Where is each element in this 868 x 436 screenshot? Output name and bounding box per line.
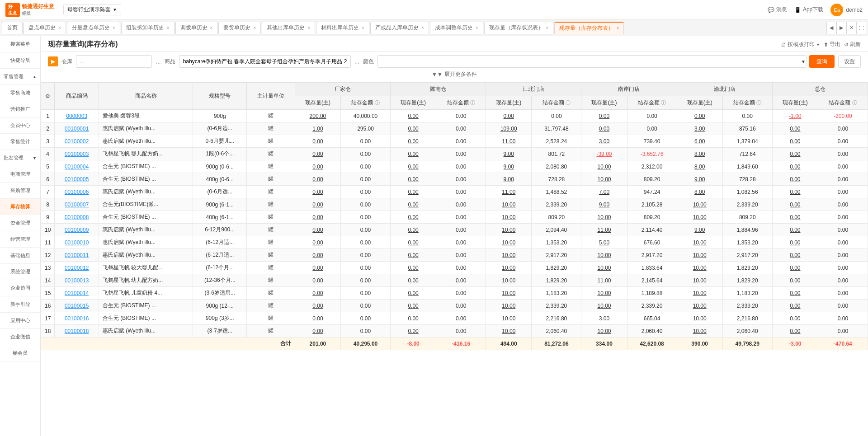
cell-name: 惠氏启赋 (Wyeth illu... (99, 325, 193, 338)
close-tab-inventory1[interactable]: × (58, 25, 61, 30)
settings-icon[interactable]: ⚙ (45, 93, 50, 99)
tab-inventory1[interactable]: 盘点单历史 × (24, 22, 66, 34)
sidebar-item-operations[interactable]: 经营管理 (0, 231, 40, 248)
table-row: 2 00100001 惠氏启赋 (Wyeth illu... (0-6月适...… (41, 122, 868, 135)
close-tab-stock-dist[interactable]: × (616, 26, 619, 31)
sidebar-item-enterprise[interactable]: 企业协同 (0, 280, 40, 296)
product-input[interactable] (179, 55, 351, 68)
tab-assembly[interactable]: 组装拆卸单历史 × (121, 22, 175, 34)
close-tab-other-out[interactable]: × (307, 25, 310, 30)
sidebar-item-search[interactable]: 搜索英单 (0, 36, 40, 52)
table-row: 3 00100002 惠氏启赋 (Wyeth illu... 0-6月婴儿...… (41, 135, 868, 148)
tab-order[interactable]: 要货单历史 × (218, 22, 261, 34)
cell-jiangbei-bal: 2,060.40 (532, 325, 581, 338)
cell-nanan-bal: 2,145.64 (627, 274, 677, 287)
tab-inventory2[interactable]: 分量盘点单历史 × (67, 22, 120, 34)
sidebar-item-member[interactable]: 会员中心 (0, 117, 40, 134)
tab-other-out[interactable]: 其他出库单历史 × (262, 22, 315, 34)
tab-stock-status[interactable]: 现存量（库存状况表） × (484, 22, 554, 34)
color-input[interactable] (377, 55, 807, 68)
settings-btn[interactable]: 设置 (838, 55, 861, 68)
cell-nanan-cur: 10.00 (581, 287, 627, 300)
cell-jiangbei-bal: 2,339.20 (532, 198, 581, 211)
tab-stock-dist[interactable]: 现存量（库存分布表） × (554, 22, 624, 34)
tab-prev-btn[interactable]: ◀ (826, 22, 836, 34)
tab-material-out[interactable]: 材料出库单历史 × (316, 22, 369, 34)
app-download-btn[interactable]: 📱 App下载 (794, 6, 823, 14)
warehouse-dots-btn[interactable]: ... (156, 58, 161, 65)
close-tab-order[interactable]: × (253, 25, 256, 30)
user-area[interactable]: Ea demo2 (830, 4, 863, 16)
cell-jiangbei-cur: 10.00 (486, 224, 532, 236)
close-tab-cost-adjust[interactable]: × (476, 25, 478, 30)
sidebar-item-system[interactable]: 系统管理 (0, 264, 40, 280)
table-row: 7 00100006 惠氏启赋 (Wyeth illu... (0-6月适...… (41, 186, 868, 198)
filter-toggle-btn[interactable]: ▶ (48, 56, 58, 66)
sidebar-item-finance[interactable]: 资金管理 (0, 215, 40, 231)
warehouse-input[interactable] (76, 55, 152, 68)
footer-chennan-cur: -8.00 (391, 338, 436, 350)
sidebar-item-retail-mgmt[interactable]: 零售管理 ▲ (0, 69, 40, 85)
message-btn[interactable]: 💬 消息 (768, 6, 787, 14)
cell-jiangbei-cur: 0.00 (486, 110, 532, 122)
cell-total-cur: 0.00 (772, 249, 818, 262)
expand-conditions-btn[interactable]: ▼▼ 展开更多条件 (432, 70, 477, 78)
system-selector[interactable]: 母婴行业演示陈套 ▼ (63, 4, 121, 15)
close-tab-transfer[interactable]: × (210, 25, 213, 30)
sidebar-item-wechat[interactable]: 企业微信 (0, 329, 40, 345)
cell-code: 00100003 (55, 148, 99, 160)
query-btn[interactable]: 查询 (809, 55, 835, 68)
sidebar-item-wholesale[interactable]: 批发管理 ▼ (0, 150, 40, 166)
cell-chennan-cur: 0.00 (391, 211, 436, 224)
sidebar-item-inventory[interactable]: 库存核算 (0, 199, 40, 215)
sidebar-item-shortcut[interactable]: 快捷导航 (0, 52, 40, 69)
tab-close-btn[interactable]: ✕ (846, 22, 856, 34)
main-layout: 搜索英单 快捷导航 零售管理 ▲ 零售商城 营销推广 会员中心 零售统计 批发管… (0, 36, 868, 436)
cell-yubei-bal: 2,060.40 (722, 325, 772, 338)
tab-cost-adjust[interactable]: 成本调整单历史 × (430, 22, 483, 34)
tab-expand-btn[interactable]: ⛶ (856, 22, 866, 34)
sidebar-item-ecommerce[interactable]: 电商管理 (0, 166, 40, 183)
sidebar-item-purchase[interactable]: 采购管理 (0, 183, 40, 199)
cell-chennan-cur: 0.00 (391, 262, 436, 274)
cell-spec: 1段(0-6个... (193, 148, 247, 160)
close-tab-product-in[interactable]: × (421, 25, 424, 30)
cell-factory-cur: 0.00 (295, 325, 340, 338)
sidebar-item-member2[interactable]: 畅会员 (0, 345, 40, 361)
cell-total-cur: 0.00 (772, 122, 818, 135)
tab-next-btn[interactable]: ▶ (836, 22, 846, 34)
sidebar-item-guide[interactable]: 新手引导 (0, 296, 40, 313)
sidebar-item-basic[interactable]: 基础信息 (0, 248, 40, 264)
th-settings[interactable]: ⚙ (41, 83, 55, 110)
product-dots-btn[interactable]: ... (354, 58, 360, 65)
sidebar-item-retail-mall[interactable]: 零售商城 (0, 85, 40, 101)
cell-total-bal: 0.00 (818, 274, 868, 287)
tab-transfer[interactable]: 调拨单历史 × (175, 22, 218, 34)
close-tab-stock-status[interactable]: × (546, 25, 549, 30)
cell-yubei-bal: 2,339.20 (722, 198, 772, 211)
sidebar-item-app-center[interactable]: 应用中心 (0, 313, 40, 329)
cell-total-bal: 0.00 (818, 312, 868, 325)
logo-sub: 标版 (22, 10, 54, 17)
cell-spec: (0-6月适... (193, 122, 247, 135)
cell-jiangbei-cur: 10.00 (486, 274, 532, 287)
tab-product-in[interactable]: 产成品入库单历史 × (370, 22, 429, 34)
sidebar-item-retail-stats[interactable]: 零售统计 (0, 134, 40, 150)
cell-index: 15 (41, 287, 55, 300)
export-btn[interactable]: ⬆ 导出 (824, 41, 840, 48)
refresh-btn[interactable]: ↺ 刷新 (844, 41, 861, 48)
cell-jiangbei-bal: 2,917.20 (532, 249, 581, 262)
close-tab-material-out[interactable]: × (362, 25, 364, 30)
cell-spec: (3-6岁适用... (193, 287, 247, 300)
filter-row-2: ▼▼ 展开更多条件 (48, 70, 861, 78)
close-tab-inventory2[interactable]: × (113, 25, 115, 30)
cell-chennan-bal: 0.00 (436, 325, 486, 338)
print-btn[interactable]: 🖨 按模版打印 ▼ (781, 41, 820, 48)
cell-index: 17 (41, 312, 55, 325)
refresh-icon: ↺ (844, 42, 849, 48)
cell-spec: (3-7岁适... (193, 325, 247, 338)
tab-home[interactable]: 首页 (2, 22, 23, 34)
sidebar-item-marketing[interactable]: 营销推广 (0, 101, 40, 117)
close-tab-assembly[interactable]: × (167, 25, 170, 30)
th-yubei-bal: 结存金额 ⓘ (722, 96, 772, 110)
